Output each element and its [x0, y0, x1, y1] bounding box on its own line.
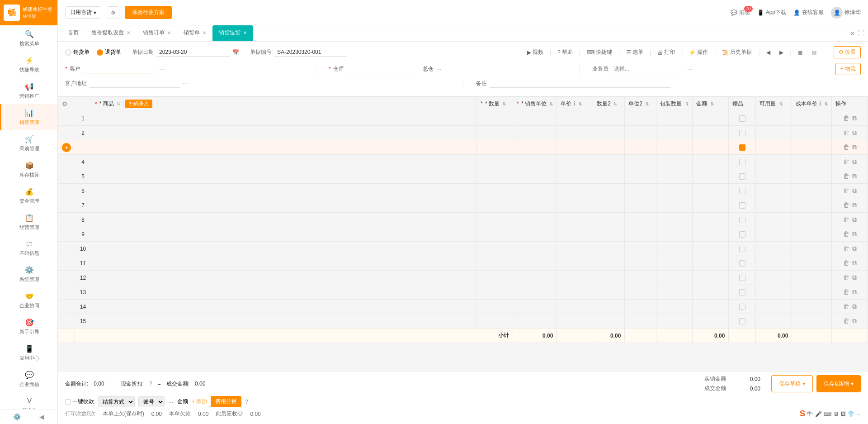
copy-icon[interactable]: ⧉ — [852, 129, 857, 137]
daily-select[interactable]: 日用百货 ▾ — [65, 6, 101, 19]
add-row-btn[interactable]: + — [62, 143, 71, 152]
keyboard-icon[interactable]: ⌨ — [824, 411, 831, 417]
shortcut-btn[interactable]: ⌨ 快捷键 — [584, 48, 615, 57]
row-amount[interactable] — [693, 126, 729, 140]
maximize-btn[interactable]: ⛶ — [858, 30, 864, 37]
one-click-payment-checkbox[interactable]: 一键收款 — [65, 398, 94, 405]
row-unit2[interactable] — [625, 111, 656, 126]
sidebar-item-member[interactable]: V 畅会员 — [0, 392, 57, 409]
row-pkg[interactable] — [656, 111, 693, 126]
message-btn[interactable]: 💬 消息 70 — [731, 9, 750, 16]
save-new-btn[interactable]: 保存&新增 ▾ — [816, 375, 861, 392]
qty-sort-icon[interactable]: ⇅ — [502, 101, 506, 106]
customer-dots-btn[interactable]: ··· — [159, 66, 165, 73]
radio-sale[interactable]: 销货单 — [65, 48, 90, 56]
copy-icon[interactable]: ⧉ — [852, 158, 857, 166]
sidebar-item-quicknav[interactable]: ⚡ 快捷导航 — [0, 52, 57, 78]
row-price[interactable] — [557, 140, 593, 155]
sidebar-item-inventory[interactable]: 📦 库存核算 — [0, 157, 57, 183]
copy-icon[interactable]: ⧉ — [852, 201, 857, 209]
tab-home[interactable]: 首页 — [61, 25, 85, 41]
sidebar-item-operations[interactable]: 📋 经营管理 — [0, 209, 57, 235]
logistics-btn[interactable]: + 物流 — [835, 63, 861, 75]
row-qty2[interactable] — [593, 111, 625, 126]
delete-icon[interactable]: 🗑 — [843, 259, 849, 267]
copy-icon[interactable]: ⧉ — [852, 187, 857, 195]
row-cost[interactable] — [792, 111, 832, 126]
fee-split-btn[interactable]: 费用分摊 — [211, 396, 241, 407]
row-price[interactable] — [557, 111, 593, 126]
operate-btn[interactable]: ⚡ 操作 — [686, 48, 711, 57]
delete-icon[interactable]: 🗑 — [843, 114, 849, 122]
doc-date-input[interactable] — [156, 48, 230, 57]
row-cost[interactable] — [792, 126, 832, 140]
payment-account-select[interactable]: 账号 — [138, 396, 165, 407]
tab-sale-order-close[interactable]: ✕ — [167, 30, 171, 35]
copy-icon[interactable]: ⧉ — [852, 172, 857, 180]
prev-doc-btn[interactable]: ◀ — [764, 48, 773, 57]
delete-icon[interactable]: 🗑 — [843, 274, 849, 281]
row-qty[interactable] — [476, 111, 513, 126]
row-amount[interactable] — [693, 140, 729, 155]
sales-person-input[interactable] — [611, 65, 684, 73]
sidebar-item-marketing[interactable]: 📢 营销推广 — [0, 78, 57, 104]
sidebar-item-finance[interactable]: 💰 资金管理 — [0, 183, 57, 209]
sales-person-dots-btn[interactable]: ··· — [687, 66, 693, 73]
account-dots-btn[interactable]: ··· — [168, 398, 174, 405]
tab-sale-return-close[interactable]: ✕ — [243, 30, 247, 35]
delete-icon[interactable]: 🗑 — [843, 187, 849, 195]
online-service-btn[interactable]: 👤 在线客服 — [793, 9, 824, 16]
copy-icon[interactable]: ⧉ — [852, 259, 857, 267]
row-amount[interactable] — [693, 111, 729, 126]
row-gift[interactable] — [729, 126, 756, 140]
more-icon[interactable]: ··· — [856, 411, 861, 417]
settings-icon[interactable]: ⚙ — [62, 100, 68, 108]
copy-icon[interactable]: ⧉ — [852, 143, 857, 151]
row-cost[interactable] — [792, 140, 832, 155]
unit2-sort-icon[interactable]: ⇅ — [645, 101, 649, 106]
delete-icon[interactable]: 🗑 — [843, 201, 849, 209]
sort-icon[interactable]: ⇅ — [117, 101, 120, 106]
header-settings-btn[interactable]: ⚙ — [107, 6, 119, 19]
delete-icon[interactable]: 🗑 — [843, 129, 849, 137]
radio-return[interactable]: 退货单 — [97, 48, 121, 56]
gift-checkbox[interactable] — [739, 130, 745, 136]
row-qty2[interactable] — [593, 140, 625, 155]
tab-sale-order[interactable]: 销售订单 ✕ — [137, 25, 177, 41]
sidebar-item-guide[interactable]: 🎯 新手引导 — [0, 314, 57, 340]
row-avail[interactable] — [756, 111, 792, 126]
sidebar-item-wechat[interactable]: 💬 企业微信 — [0, 366, 57, 392]
select-btn[interactable]: ☰ 选单 — [623, 48, 646, 57]
copy-icon[interactable]: ⧉ — [852, 230, 857, 238]
copy-icon[interactable]: ⧉ — [852, 317, 857, 325]
experience-btn[interactable]: 体验行业方案 — [125, 6, 172, 19]
save-draft-btn[interactable]: 保存草稿 ▾ — [771, 375, 813, 392]
row-unit[interactable] — [513, 140, 557, 155]
tab-sale-settings[interactable]: 售价提取设置 ✕ — [85, 25, 137, 41]
row-pkg[interactable] — [656, 126, 693, 140]
discount-info-icon[interactable]: ? — [149, 381, 152, 387]
row-product[interactable] — [91, 111, 477, 126]
avail-sort-icon[interactable]: ⇅ — [779, 101, 783, 106]
next-doc-btn[interactable]: ▶ — [777, 48, 786, 57]
delete-icon[interactable]: 🗑 — [843, 230, 849, 238]
sidebar-item-search[interactable]: 🔍 搜索菜单 — [0, 25, 57, 52]
help-icon[interactable]: ? — [245, 399, 248, 405]
tab-sale-goods-close[interactable]: ✕ — [203, 30, 206, 35]
row-gift[interactable] — [729, 111, 756, 126]
tab-sale-return[interactable]: 销货退货 ✕ — [212, 25, 253, 41]
delete-icon[interactable]: 🗑 — [843, 216, 849, 224]
video-btn[interactable]: ▶ 视频 — [524, 48, 546, 57]
cost-info-icon[interactable]: ℹ — [819, 100, 821, 107]
card-view-btn[interactable]: ▤ — [809, 48, 819, 57]
warehouse-input[interactable] — [347, 65, 420, 73]
unit-sort-icon[interactable]: ⇅ — [549, 101, 553, 106]
address-dots-btn[interactable]: ··· — [183, 80, 188, 87]
row-avail[interactable] — [756, 140, 792, 155]
row-gift[interactable] — [729, 140, 756, 155]
sidebar-item-sales[interactable]: 📊 销售管理 — [0, 104, 57, 130]
scan-btn[interactable]: 扫码录入 — [125, 100, 152, 108]
row-qty[interactable] — [476, 140, 513, 155]
price-sort-icon[interactable]: ⇅ — [578, 101, 582, 106]
copy-icon[interactable]: ⧉ — [852, 288, 857, 296]
